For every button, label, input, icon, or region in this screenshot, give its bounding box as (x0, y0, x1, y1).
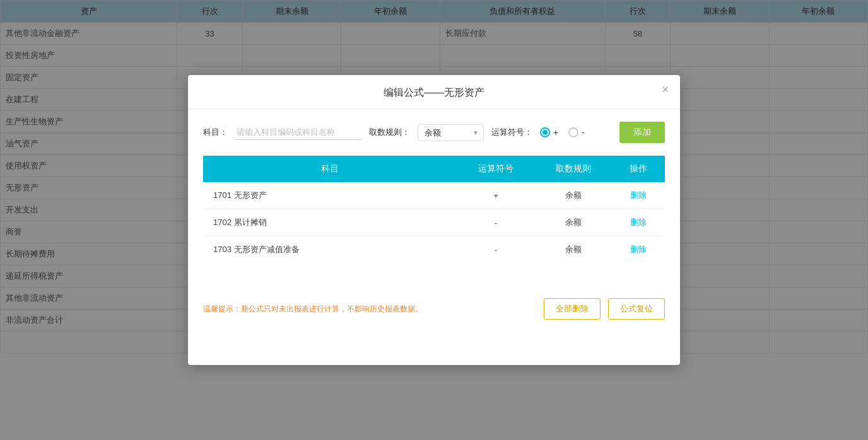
radio-plus-circle (540, 127, 550, 137)
delete-all-button[interactable]: 全部删除 (544, 298, 601, 320)
formula-subject-cell: 1703 无形资产减值准备 (203, 236, 457, 263)
delete-row-button[interactable]: 删除 (630, 217, 647, 228)
hint-text: 温馨提示：新公式只对未出报表进行计算，不影响历史报表数据。 (203, 304, 423, 315)
formula-subject-cell: 1701 无形资产 (203, 182, 457, 209)
rule-select-wrap: 余额 借方发生额 贷方发生额 ▼ (418, 124, 484, 141)
formula-action-cell: 删除 (612, 236, 665, 263)
modal-dialog: 编辑公式——无形资产 × 科目： 取数规则： 余额 借方发生额 贷方发生额 ▼ … (188, 75, 680, 365)
formula-table-row: 1703 无形资产减值准备-余额删除 (203, 236, 665, 263)
radio-minus[interactable]: - (568, 127, 585, 137)
modal-footer: 温馨提示：新公式只对未出报表进行计算，不影响历史报表数据。 全部删除 公式复位 (188, 291, 680, 332)
formula-action-cell: 删除 (612, 182, 665, 209)
add-button[interactable]: 添加 (619, 122, 665, 143)
table-header-subject: 科目 (203, 156, 457, 182)
formula-operator-cell: - (457, 236, 535, 263)
formula-rule-cell: 余额 (534, 209, 612, 236)
formula-table-row: 1702 累计摊销-余额删除 (203, 209, 665, 236)
delete-row-button[interactable]: 删除 (630, 190, 647, 201)
table-header-action: 操作 (612, 156, 665, 182)
formula-action-cell: 删除 (612, 209, 665, 236)
rule-label: 取数规则： (369, 127, 410, 138)
formula-subject-cell: 1702 累计摊销 (203, 209, 457, 236)
reset-formula-button[interactable]: 公式复位 (608, 298, 665, 320)
formula-operator-cell: - (457, 209, 535, 236)
formula-table-row: 1701 无形资产+余额删除 (203, 182, 665, 209)
subject-input[interactable] (235, 125, 361, 140)
table-header-rule: 取数规则 (534, 156, 612, 182)
radio-plus[interactable]: + (540, 127, 558, 137)
form-row: 科目： 取数规则： 余额 借方发生额 贷方发生额 ▼ 运算符号： + (203, 122, 665, 143)
modal-header: 编辑公式——无形资产 × (188, 75, 680, 109)
formula-table: 科目 运算符号 取数规则 操作 1701 无形资产+余额删除1702 累计摊销-… (203, 156, 665, 263)
table-header-operator: 运算符号 (457, 156, 535, 182)
modal-body: 科目： 取数规则： 余额 借方发生额 贷方发生额 ▼ 运算符号： + (188, 109, 680, 291)
radio-plus-label: + (553, 127, 558, 137)
delete-row-button[interactable]: 删除 (630, 244, 647, 255)
modal-overlay: 编辑公式——无形资产 × 科目： 取数规则： 余额 借方发生额 贷方发生额 ▼ … (0, 0, 868, 440)
footer-buttons: 全部删除 公式复位 (544, 298, 665, 320)
subject-label: 科目： (203, 127, 228, 138)
operator-label: 运算符号： (491, 127, 532, 138)
modal-close-button[interactable]: × (662, 84, 669, 95)
rule-select[interactable]: 余额 借方发生额 贷方发生额 (418, 124, 484, 141)
formula-operator-cell: + (457, 182, 535, 209)
radio-minus-circle (568, 127, 578, 137)
operator-radio-group: + - (540, 127, 585, 137)
formula-rule-cell: 余额 (534, 182, 612, 209)
formula-rule-cell: 余额 (534, 236, 612, 263)
modal-title: 编辑公式——无形资产 (384, 87, 484, 98)
radio-minus-label: - (582, 127, 585, 137)
